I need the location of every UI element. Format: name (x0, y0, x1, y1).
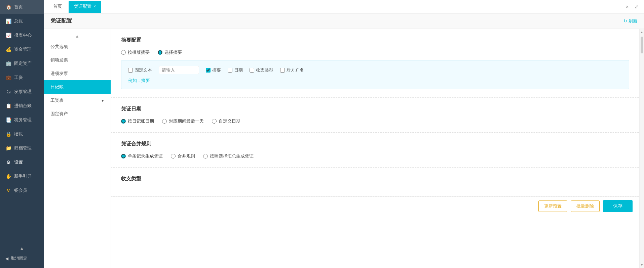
voucher-date-title: 凭证日期 (121, 106, 629, 112)
left-nav-scroll-up[interactable]: ▲ (44, 32, 111, 40)
fixed-text-input[interactable] (159, 66, 199, 74)
radio-template-summary[interactable]: 按模版摘要 (121, 49, 150, 55)
page-title: 凭证配置 (50, 17, 72, 25)
radio-template-summary-input[interactable] (121, 50, 126, 55)
checkbox-date[interactable]: 日期 (228, 67, 243, 73)
left-nav-item-purchase[interactable]: 进项发票 (44, 67, 111, 80)
sidebar-item-asset[interactable]: 🏢 固定资产 (0, 56, 44, 71)
checkbox-summary[interactable]: 摘要 (206, 67, 221, 73)
checkbox-date-input[interactable] (228, 68, 232, 73)
voucher-date-section: 凭证日期 按日记账日期 对应期间最后一天 自定义日期 (111, 98, 639, 133)
radio-merge-rule[interactable]: 合并规则 (171, 153, 195, 159)
radio-period-last-day[interactable]: 对应期间最后一天 (162, 118, 204, 124)
radio-single-record-input[interactable] (121, 154, 126, 159)
summary-checkbox-row: 固定文本 摘要 日期 (128, 66, 622, 74)
income-type-title: 收支类型 (121, 176, 629, 182)
tab-close-icon[interactable]: × (93, 4, 96, 9)
window-maximize-button[interactable]: ⤢ (633, 3, 640, 10)
left-nav-item-diary[interactable]: 日记账 (44, 80, 111, 94)
content-area: ▲ 公共选项 销项发票 进项发票 日记账 工资表 ▾ 固定资产 (44, 29, 644, 268)
radio-period-last-day-input[interactable] (162, 119, 167, 124)
left-nav-item-payroll[interactable]: 工资表 ▾ (44, 94, 111, 107)
sidebar-scroll-up[interactable]: ▲ (0, 244, 44, 252)
merge-rules-section: 凭证合并规则 单条记录生成凭证 合并规则 按照选择汇总生成凭证 (111, 133, 639, 168)
salary-icon: 💼 (5, 75, 11, 81)
ledger-icon: 📊 (5, 18, 11, 24)
save-button[interactable]: 保存 (603, 200, 633, 212)
batch-delete-button[interactable]: 批量删除 (571, 200, 600, 212)
checkbox-fixed-text[interactable]: 固定文本 (128, 67, 152, 73)
sidebar-item-home[interactable]: 🏠 首页 (0, 0, 44, 14)
radio-custom-date[interactable]: 自定义日期 (212, 118, 240, 124)
summary-radio-group: 按模版摘要 选择摘要 (121, 49, 629, 55)
scrollbar: ▲ ▼ (639, 29, 644, 268)
scroll-thumb[interactable] (641, 37, 643, 53)
radio-select-summary-input[interactable] (158, 50, 162, 55)
sidebar-item-fund[interactable]: 💰 资金管理 (0, 42, 44, 56)
tax-icon: 📑 (5, 117, 11, 123)
left-nav-item-sales[interactable]: 销项发票 (44, 53, 111, 67)
home-icon: 🏠 (5, 4, 11, 10)
update-preset-button[interactable]: 更新预置 (538, 200, 567, 212)
right-content: 摘要配置 按模版摘要 选择摘要 (111, 29, 639, 268)
scroll-up-arrow[interactable]: ▲ (639, 29, 644, 35)
sidebar-item-member[interactable]: V 畅会员 (0, 183, 44, 197)
sidebar-item-tax[interactable]: 📑 税务管理 (0, 113, 44, 127)
tab-bar: 首页 凭证配置 × × ⤢ (44, 0, 644, 13)
chevron-down-icon: ▾ (102, 98, 104, 103)
radio-select-summary[interactable]: 选择摘要 (158, 49, 182, 55)
sidebar-collapse-button[interactable]: ◀ 取消固定 (0, 252, 44, 265)
sidebar-item-close[interactable]: 🔒 结账 (0, 127, 44, 141)
sidebar-item-archive[interactable]: 📁 归档管理 (0, 141, 44, 155)
radio-aggregate-input[interactable] (203, 154, 208, 159)
report-icon: 📈 (5, 32, 11, 38)
checkbox-income-type-input[interactable] (250, 68, 254, 73)
summary-config-title: 摘要配置 (121, 37, 629, 43)
radio-custom-date-input[interactable] (212, 119, 217, 124)
scroll-down-arrow[interactable]: ▼ (639, 262, 644, 268)
radio-merge-rule-input[interactable] (171, 154, 176, 159)
checkbox-counterpart[interactable]: 对方户名 (280, 67, 304, 73)
merge-rules-title: 凭证合并规则 (121, 141, 629, 147)
guide-icon: ✋ (5, 173, 11, 179)
sidebar-item-settings[interactable]: ⚙ 设置 (0, 155, 44, 169)
radio-aggregate[interactable]: 按照选择汇总生成凭证 (203, 153, 254, 159)
archive-icon: 📁 (5, 145, 11, 151)
sidebar-item-salary[interactable]: 💼 工资 (0, 71, 44, 85)
tab-voucher-config[interactable]: 凭证配置 × (69, 1, 101, 13)
merge-rules-radio-group: 单条记录生成凭证 合并规则 按照选择汇总生成凭证 (121, 153, 629, 159)
radio-diary-date-input[interactable] (121, 119, 126, 124)
summary-example: 例如：摘要 (128, 78, 622, 84)
left-nav: ▲ 公共选项 销项发票 进项发票 日记账 工资表 ▾ 固定资产 (44, 29, 111, 268)
window-controls: × ⤢ (624, 3, 640, 10)
main-area: 首页 凭证配置 × × ⤢ 凭证配置 ↻ 刷新 ▲ (44, 0, 644, 268)
asset-icon: 🏢 (5, 60, 11, 66)
member-icon: V (5, 187, 11, 193)
bottom-action-bar: 更新预置 批量删除 保存 (111, 196, 639, 216)
pin-icon: ◀ (5, 256, 8, 261)
sidebar-item-guide[interactable]: ✋ 新手引导 (0, 169, 44, 183)
sidebar-item-invoice[interactable]: 🗂 发票管理 (0, 85, 44, 99)
income-type-section: 收支类型 (111, 168, 639, 196)
checkbox-summary-input[interactable] (206, 68, 211, 73)
refresh-icon: ↻ (623, 18, 627, 24)
left-nav-item-fixed-asset[interactable]: 固定资产 (44, 107, 111, 121)
left-nav-item-public[interactable]: 公共选项 (44, 40, 111, 53)
checkbox-counterpart-input[interactable] (280, 68, 285, 73)
refresh-button[interactable]: ↻ 刷新 (623, 18, 637, 24)
checkbox-income-type[interactable]: 收支类型 (250, 67, 273, 73)
radio-single-record[interactable]: 单条记录生成凭证 (121, 153, 163, 159)
settings-icon: ⚙ (5, 159, 11, 165)
trade-icon: 📋 (5, 103, 11, 109)
sidebar-item-ledger[interactable]: 📊 总账 (0, 14, 44, 28)
radio-diary-date[interactable]: 按日记账日期 (121, 118, 154, 124)
sidebar-item-trade[interactable]: 📋 进销台账 (0, 99, 44, 113)
tab-home[interactable]: 首页 (48, 1, 67, 13)
fund-icon: 💰 (5, 46, 11, 52)
summary-options-box: 固定文本 摘要 日期 (121, 60, 629, 89)
window-close-button[interactable]: × (624, 3, 631, 10)
sidebar-item-report[interactable]: 📈 报表中心 (0, 28, 44, 42)
checkbox-fixed-text-input[interactable] (128, 68, 133, 73)
invoice-icon: 🗂 (5, 89, 11, 95)
voucher-date-radio-group: 按日记账日期 对应期间最后一天 自定义日期 (121, 118, 629, 124)
